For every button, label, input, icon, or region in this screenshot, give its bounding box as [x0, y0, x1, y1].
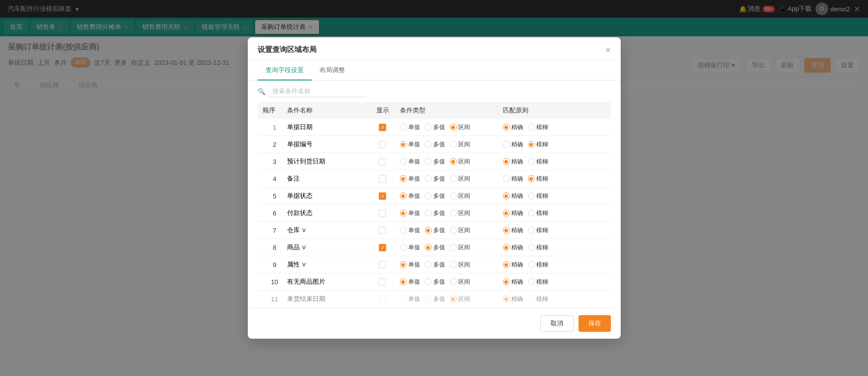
dialog-title: 设置查询区域布局 — [258, 45, 316, 54]
search-icon: 🔍 — [258, 88, 265, 95]
tab-layout-adjust[interactable]: 布局调整 — [312, 61, 353, 81]
dialog-tabs: 查询字段设置 布局调整 — [248, 61, 621, 81]
modal-overlay: 设置查询区域布局 × 查询字段设置 布局调整 🔍 顺序 条件名称 显示 条件类型 — [0, 0, 868, 100]
condition-search-input[interactable] — [268, 85, 367, 97]
settings-dialog: 设置查询区域布局 × 查询字段设置 布局调整 🔍 顺序 条件名称 显示 条件类型 — [248, 37, 621, 100]
dialog-header: 设置查询区域布局 × — [248, 37, 621, 61]
tab-query-fields[interactable]: 查询字段设置 — [258, 61, 312, 81]
dialog-close-btn[interactable]: × — [605, 46, 611, 54]
dialog-search-area: 🔍 — [248, 81, 621, 97]
